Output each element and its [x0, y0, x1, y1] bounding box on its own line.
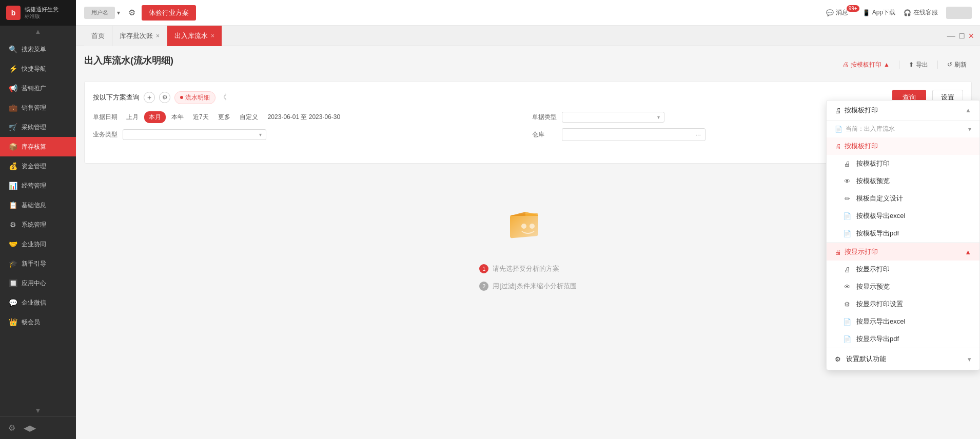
message-badge: 99+ — [847, 5, 859, 12]
sidebar-item-basics[interactable]: 📋 基础信息 — [0, 195, 76, 215]
date-shortcut-more[interactable]: 更多 — [214, 111, 234, 123]
user-avatar: 用户名 — [84, 7, 115, 19]
export-button[interactable]: ⬆ 导出 — [904, 58, 933, 72]
app-download-icon: 📱 — [863, 9, 870, 16]
sidebar-item-inventory[interactable]: 📦 库存核算 — [0, 137, 76, 156]
date-shortcut-this-year[interactable]: 本年 — [168, 111, 187, 123]
dropdown-item-template-print[interactable]: 🖨 按模板打印 — [827, 155, 979, 172]
filter-dot — [180, 96, 183, 99]
dropdown-item-template-preview[interactable]: 👁 按模板预览 — [827, 172, 979, 190]
sidebar-bottom: ⚙ ◀▶ — [0, 416, 76, 439]
topbar-user[interactable]: 用户名 ▾ — [84, 7, 120, 19]
sidebar-item-marketing[interactable]: 📢 营销推广 — [0, 78, 76, 98]
dropdown-item-display-preview[interactable]: 👁 按显示预览 — [827, 278, 979, 295]
logo-sub: 标准版 — [25, 13, 58, 20]
voucher-type-select[interactable]: ▾ — [562, 112, 664, 123]
tab-inventory-flow[interactable]: 出入库流水 × — [167, 26, 222, 46]
topbar: 用户名 ▾ ⚙ 体验行业方案 💬 消息 99+ 📱 App下载 🎧 — [76, 0, 980, 26]
user-chevron-icon[interactable]: ▾ — [117, 9, 120, 16]
sidebar-item-guide[interactable]: 🎓 新手引导 — [0, 254, 76, 273]
page-content: 出入库流水(流水明细) 🖨 按模板打印 ▲ ⬆ 导出 ↺ — [76, 46, 980, 439]
sidebar-item-search[interactable]: 🔍 搜索菜单 — [0, 39, 76, 59]
dropdown-header: 🖨 按模板打印 ▲ — [827, 101, 979, 121]
topbar-right: 💬 消息 99+ 📱 App下载 🎧 在线客服 — [826, 7, 972, 19]
sidebar-item-quick-nav[interactable]: ⚡ 快捷导航 — [0, 59, 76, 78]
dropdown-item-display-pdf[interactable]: 📄 按显示导出pdf — [827, 330, 979, 348]
settings-bottom-icon[interactable]: ⚙ — [8, 423, 15, 433]
filter-collapse-button[interactable]: 《 — [220, 93, 227, 102]
collapse-sidebar-icon[interactable]: ◀▶ — [24, 423, 36, 433]
filter-add-button[interactable]: + — [144, 92, 155, 103]
sidebar-item-system[interactable]: ⚙ 系统管理 — [0, 215, 76, 234]
date-field-label: 单据日期 — [93, 113, 119, 122]
message-item[interactable]: 💬 消息 99+ — [826, 8, 854, 17]
dropdown-item-template-excel[interactable]: 📄 按模板导出excel — [827, 207, 979, 225]
dropdown-item-display-print[interactable]: 🖨 按显示打印 — [827, 261, 979, 278]
template-print-button[interactable]: 🖨 按模板打印 ▲ — [837, 58, 895, 72]
date-range-display: 2023-06-01 至 2023-06-30 — [268, 113, 340, 122]
tab-inventory-batch-label: 库存批次账 — [120, 31, 153, 41]
template-preview-icon: 👁 — [843, 177, 851, 185]
filter-label: 按以下方案查询 — [93, 93, 140, 102]
tabs-bar: 首页 库存批次账 × 出入库流水 × — □ × — [76, 26, 980, 46]
dropdown-item-display-print-settings[interactable]: ⚙ 按显示打印设置 — [827, 295, 979, 313]
headset-icon: 🎧 — [904, 9, 911, 16]
dropdown-section2-header[interactable]: 🖨 按显示打印 ▲ — [827, 243, 979, 261]
business-type-label: 业务类型 — [93, 130, 119, 139]
trial-button[interactable]: 体验行业方案 — [142, 5, 196, 21]
warehouse-select[interactable]: ··· — [562, 128, 705, 141]
refresh-button[interactable]: ↺ 刷新 — [942, 58, 972, 72]
sidebar-scroll-up[interactable]: ▲ — [0, 26, 76, 37]
dropdown-footer[interactable]: ⚙ 设置默认功能 ▾ — [827, 348, 979, 370]
sidebar-item-sales[interactable]: 💼 销售管理 — [0, 98, 76, 117]
maximize-icon[interactable]: □ — [959, 31, 965, 41]
online-service-item[interactable]: 🎧 在线客服 — [904, 8, 938, 17]
tab-home[interactable]: 首页 — [84, 26, 112, 46]
date-field: 单据日期 上月 本月 本年 近7天 更多 自定义 2023-06-01 至 20… — [93, 111, 524, 123]
active-filter-tag: 流水明细 — [174, 91, 215, 104]
dropdown-item-template-pdf[interactable]: 📄 按模板导出pdf — [827, 225, 979, 242]
sidebar-item-app-center[interactable]: 🔲 应用中心 — [0, 273, 76, 293]
app-download-item[interactable]: 📱 App下载 — [863, 8, 895, 17]
set-default-arrow-icon: ▾ — [968, 355, 971, 363]
topbar-gear-icon[interactable]: ⚙ — [128, 8, 135, 17]
template-pdf-icon: 📄 — [843, 229, 851, 237]
step1-num: 1 — [479, 264, 488, 273]
dropdown-item-display-excel[interactable]: 📄 按显示导出excel — [827, 313, 979, 330]
current-template-icon: 📄 — [835, 126, 842, 133]
warehouse-more-icon[interactable]: ··· — [695, 131, 701, 138]
set-default-function-item[interactable]: ⚙ 设置默认功能 ▾ — [835, 352, 971, 366]
close-inventory-batch-icon[interactable]: × — [156, 32, 160, 39]
sidebar-logo: b 畅捷通好生意 标准版 — [0, 0, 76, 26]
sidebar-item-purchase[interactable]: 🛒 采购管理 — [0, 117, 76, 137]
step2-text: 用[过滤]条件来缩小分析范围 — [493, 280, 576, 293]
filter-setting-button[interactable]: ⚙ — [159, 92, 170, 103]
business-type-select[interactable]: ▾ — [123, 129, 266, 140]
tab-inventory-batch[interactable]: 库存批次账 × — [112, 26, 167, 46]
display-preview-icon: 👁 — [843, 283, 851, 291]
date-shortcut-custom[interactable]: 自定义 — [236, 111, 262, 123]
date-shortcut-7days[interactable]: 近7天 — [189, 111, 212, 123]
sidebar-item-wechat[interactable]: 💬 企业微信 — [0, 293, 76, 312]
close-window-icon[interactable]: × — [968, 31, 974, 42]
dropdown-item-template-design[interactable]: ✏ 模板自定义设计 — [827, 190, 979, 207]
search-nav-icon: 🔍 — [8, 45, 17, 54]
topbar-user-info[interactable] — [946, 7, 972, 19]
date-shortcut-this-month[interactable]: 本月 — [144, 111, 166, 123]
sidebar-scroll-down[interactable]: ▼ — [0, 405, 76, 416]
current-template-arrow[interactable]: ▾ — [968, 126, 971, 133]
business-type-arrow-icon: ▾ — [259, 132, 262, 137]
sidebar-item-finance[interactable]: 💰 资金管理 — [0, 156, 76, 176]
main-area: 用户名 ▾ ⚙ 体验行业方案 💬 消息 99+ 📱 App下载 🎧 — [76, 0, 980, 439]
sidebar-item-member[interactable]: 👑 畅会员 — [0, 312, 76, 332]
section2-arrow-icon[interactable]: ▲ — [965, 248, 971, 256]
minimize-icon[interactable]: — — [947, 31, 955, 41]
dropdown-collapse-icon[interactable]: ▲ — [965, 107, 971, 114]
dropdown-section1-header[interactable]: 🖨 按模板打印 — [827, 137, 979, 155]
sidebar-item-cooperation[interactable]: 🤝 企业协同 — [0, 234, 76, 254]
section1-title: 🖨 按模板打印 — [835, 142, 878, 151]
close-inventory-flow-icon[interactable]: × — [211, 32, 214, 39]
date-shortcut-last-month[interactable]: 上月 — [123, 111, 142, 123]
message-icon: 💬 — [826, 9, 834, 16]
sidebar-item-operations[interactable]: 📊 经营管理 — [0, 176, 76, 195]
